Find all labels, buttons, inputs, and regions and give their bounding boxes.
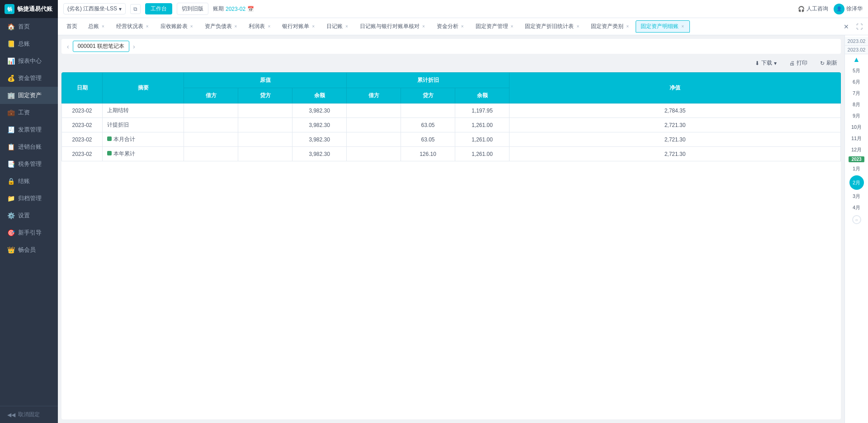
tab-balance[interactable]: 资产负债表 × — [200, 20, 243, 33]
tab-journal-bank-label: 日记账与银行对账单核对 — [360, 23, 420, 30]
scroll-indicator[interactable]: ○ — [852, 215, 861, 224]
tab-management-close[interactable]: × — [145, 24, 150, 29]
month-1[interactable]: 1月 — [845, 163, 868, 174]
tab-fixed-category-close[interactable]: × — [625, 24, 630, 29]
tab-bank-statement[interactable]: 银行对账单 × — [277, 20, 321, 33]
subtab-prev[interactable]: ‹ — [65, 42, 71, 51]
sidebar-item-sales-ledger[interactable]: 📋 进销台账 — [0, 138, 58, 155]
download-label: 下载 — [761, 59, 772, 67]
th-summary: 摘要 — [103, 73, 184, 103]
sidebar-item-settings[interactable]: ⚙️ 设置 — [0, 207, 58, 224]
tab-fixed-detail[interactable]: 固定资产明细账 × — [636, 20, 690, 33]
tab-profit-close[interactable]: × — [267, 24, 271, 29]
month-8[interactable]: 8月 — [845, 99, 868, 110]
tab-fixed-depreciation-close[interactable]: × — [576, 24, 580, 29]
tab-fund-analysis-label: 资金分析 — [437, 23, 458, 30]
tab-bank-statement-close[interactable]: × — [311, 24, 316, 29]
tab-fixed-mgmt[interactable]: 固定资产管理 × — [471, 20, 519, 33]
print-button[interactable]: 🖨 打印 — [786, 57, 811, 69]
tab-fixed-detail-close[interactable]: × — [680, 24, 685, 29]
user-profile[interactable]: 👤 徐泽华 — [834, 4, 863, 14]
cell-orig-balance-3: 3,982.30 — [292, 147, 347, 161]
user-avatar: 👤 — [834, 4, 844, 14]
company-selector[interactable]: (劣名) 江西服坐-LSS ▾ — [63, 3, 126, 14]
support-label: 人工咨询 — [807, 5, 828, 13]
tab-ledger-label: 总账 — [88, 23, 99, 30]
copy-button[interactable]: ⧉ — [130, 4, 141, 14]
month-10[interactable]: 10月 — [845, 122, 868, 133]
download-button[interactable]: ⬇ 下载 ▾ — [751, 57, 780, 69]
tab-ledger-close[interactable]: × — [101, 24, 105, 29]
tab-management[interactable]: 经营状况表 × — [111, 20, 155, 33]
sidebar-item-home[interactable]: 🏠 首页 — [0, 18, 58, 35]
month-9[interactable]: 9月 — [845, 110, 868, 122]
th-accum-balance: 余额 — [455, 88, 509, 103]
tab-journal-bank-close[interactable]: × — [421, 24, 426, 29]
tab-receivable[interactable]: 应收账龄表 × — [156, 20, 199, 33]
action-bar: ⬇ 下载 ▾ 🖨 打印 ↻ 刷新 — [61, 57, 841, 69]
sidebar-label-settings: 设置 — [18, 212, 30, 220]
tab-balance-close[interactable]: × — [234, 24, 238, 29]
sidebar-label-fixed-assets: 固定资产 — [18, 91, 42, 99]
calendar-icon[interactable]: 📅 — [247, 6, 254, 12]
sidebar-item-closing[interactable]: 🔒 结账 — [0, 173, 58, 190]
reports-icon: 📊 — [7, 57, 14, 65]
unpin-sidebar[interactable]: ◀◀ 取消固定 — [0, 406, 58, 423]
sidebar-item-reports[interactable]: 📊 报表中心 — [0, 52, 58, 70]
tab-journal-bank[interactable]: 日记账与银行对账单核对 × — [355, 20, 431, 33]
tab-fund-analysis[interactable]: 资金分析 × — [432, 20, 470, 33]
date-nav-up[interactable]: ▲ — [851, 54, 862, 65]
tab-fund-analysis-close[interactable]: × — [460, 24, 465, 29]
sidebar-item-ledger[interactable]: 📒 总账 — [0, 35, 58, 52]
month-4[interactable]: 4月 — [845, 202, 868, 213]
table-row: 2023-02 本年累计 3,982.30 126.10 1,261.00 2,… — [62, 147, 841, 161]
sidebar: 畅 畅捷通易代账 🏠 首页 📒 总账 📊 报表中心 💰 资金管理 🏢 固定资产 … — [0, 0, 58, 423]
tab-fixed-category[interactable]: 固定资产类别 × — [586, 20, 635, 33]
month-7[interactable]: 7月 — [845, 88, 868, 99]
subtab-next[interactable]: › — [131, 42, 137, 51]
pin-icon: ◀◀ — [7, 412, 15, 418]
workbench-button[interactable]: 工作台 — [145, 3, 172, 14]
maximize-button[interactable]: ⛶ — [854, 21, 864, 32]
sidebar-item-fixed-assets[interactable]: 🏢 固定资产 — [0, 87, 58, 104]
sidebar-item-guide[interactable]: 🎯 新手引导 — [0, 224, 58, 241]
subtab-asset001[interactable]: 000001 联想笔记本 — [73, 41, 129, 52]
cell-orig-credit-1 — [238, 118, 292, 132]
sidebar-item-archive[interactable]: 📁 归档管理 — [0, 190, 58, 207]
cell-orig-credit-2 — [238, 132, 292, 147]
period-label: 账期 — [213, 5, 224, 13]
tab-journal[interactable]: 日记账 × — [321, 20, 354, 33]
cell-date-3: 2023-02 — [62, 147, 103, 161]
month-5[interactable]: 5月 — [845, 65, 868, 76]
sidebar-item-invoice[interactable]: 🧾 发票管理 — [0, 121, 58, 138]
tab-journal-close[interactable]: × — [344, 24, 349, 29]
cell-orig-credit-3 — [238, 147, 292, 161]
tab-profit[interactable]: 利润表 × — [244, 20, 276, 33]
old-version-button[interactable]: 切到旧版 — [177, 3, 208, 15]
detail-table: 日期 摘要 原值 累计折旧 净值 借方 贷方 余额 借方 贷方 余额 — [61, 72, 841, 161]
logo-icon: 畅 — [5, 4, 14, 14]
tab-fixed-mgmt-close[interactable]: × — [510, 24, 514, 29]
month-12[interactable]: 12月 — [845, 144, 868, 155]
sidebar-label-home: 首页 — [18, 23, 30, 31]
close-all-button[interactable]: ✕ — [842, 21, 851, 32]
tab-home[interactable]: 首页 — [61, 20, 82, 33]
print-icon: 🖨 — [789, 60, 795, 66]
sidebar-item-tax[interactable]: 📑 税务管理 — [0, 155, 58, 173]
sidebar-item-fund[interactable]: 💰 资金管理 — [0, 70, 58, 87]
th-accum-debit: 借方 — [347, 88, 401, 103]
content-area: ‹ 000001 联想笔记本 › ⬇ 下载 ▾ 🖨 打印 ↻ — [58, 35, 868, 423]
month-2-active[interactable]: 2月 — [849, 175, 864, 190]
tab-fixed-depreciation[interactable]: 固定资产折旧统计表 × — [520, 20, 585, 33]
sidebar-item-payroll[interactable]: 💼 工资 — [0, 104, 58, 121]
refresh-button[interactable]: ↻ 刷新 — [816, 57, 841, 69]
tab-ledger[interactable]: 总账 × — [83, 20, 110, 33]
sidebar-item-member[interactable]: 👑 畅会员 — [0, 241, 58, 258]
support-button[interactable]: 🎧 人工咨询 — [798, 5, 828, 13]
month-11[interactable]: 11月 — [845, 133, 868, 144]
month-6[interactable]: 6月 — [845, 76, 868, 88]
company-name: (劣名) 江西服坐-LSS — [67, 5, 117, 13]
tab-receivable-close[interactable]: × — [189, 24, 194, 29]
month-3[interactable]: 3月 — [845, 191, 868, 202]
cell-accum-balance-1: 1,261.00 — [455, 118, 509, 132]
